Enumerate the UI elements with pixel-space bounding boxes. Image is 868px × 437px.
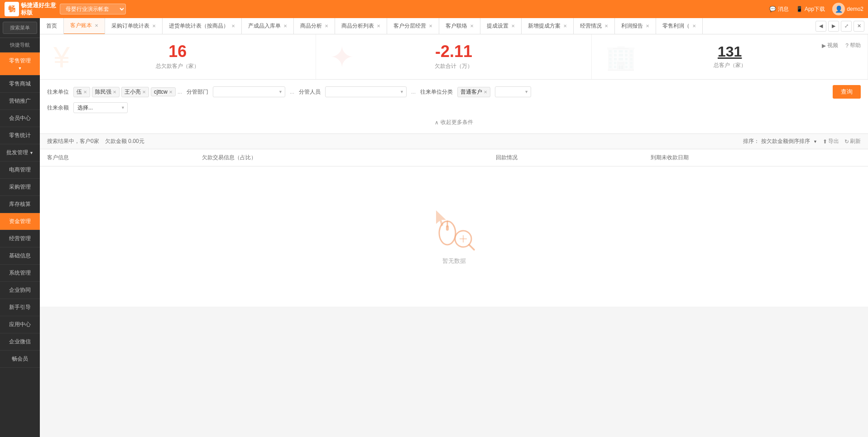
sidebar-item-app-center[interactable]: 应用中心 bbox=[0, 316, 40, 333]
sidebar-item-enterprise-wechat[interactable]: 企业微信 bbox=[0, 333, 40, 351]
sidebar-item-member-center[interactable]: 会员中心 bbox=[0, 110, 40, 127]
unit-tag-cjttcw-remove[interactable]: ✕ bbox=[169, 90, 173, 95]
sidebar-item-retail-stats[interactable]: 零售统计 bbox=[0, 127, 40, 144]
stat-debt-label: 欠款合计（万） bbox=[435, 62, 473, 70]
tab-customer-segment[interactable]: 客户分层经营 ✕ bbox=[387, 18, 439, 34]
tab-customer-segment-label: 客户分层经营 bbox=[393, 22, 426, 30]
unit-filter-tags: 伍 ✕ 陈民强 ✕ 王小亮 ✕ bbox=[73, 87, 182, 97]
tab-close-purchase-order-stats[interactable]: ✕ bbox=[152, 24, 156, 28]
video-link[interactable]: ▶ 视频 bbox=[822, 42, 838, 49]
retail-stats-label: 零售统计 bbox=[9, 132, 31, 139]
system-selector[interactable]: 母婴行业演示帐套 bbox=[60, 4, 126, 14]
search-result-text: 搜索结果中，客户0家 bbox=[47, 138, 99, 144]
unit-tags-more[interactable]: ... bbox=[177, 89, 182, 95]
collapse-btn[interactable]: ∧ 收起更多条件 bbox=[47, 117, 861, 128]
customers-bg-icon: ¥ bbox=[53, 40, 70, 74]
sidebar-item-finance[interactable]: 资金管理 bbox=[0, 213, 40, 230]
person-select-wrap bbox=[325, 86, 407, 97]
stat-total-debt: ✦ -2.11 欠款合计（万） bbox=[316, 34, 592, 79]
tab-close-purchase-stats-product[interactable]: ✕ bbox=[231, 24, 235, 28]
category-tag-normal-remove[interactable]: ✕ bbox=[484, 90, 487, 95]
tab-close-customer-segment[interactable]: ✕ bbox=[429, 24, 432, 28]
tab-product-storage[interactable]: 产成品入库单 ✕ bbox=[242, 18, 294, 34]
tab-close-customer-contact[interactable]: ✕ bbox=[470, 24, 474, 28]
tab-close-retail-profit[interactable]: ✕ bbox=[692, 24, 696, 28]
tab-close-operations-status[interactable]: ✕ bbox=[604, 24, 608, 28]
sidebar-item-operations[interactable]: 经营管理 bbox=[0, 230, 40, 247]
tab-close-profit-report[interactable]: ✕ bbox=[646, 24, 649, 28]
ecommerce-label: 电商管理 bbox=[9, 166, 31, 174]
svg-rect-2 bbox=[446, 225, 449, 231]
sidebar-item-system[interactable]: 系统管理 bbox=[0, 265, 40, 282]
category-tag-normal: 普通客户 ✕ bbox=[457, 87, 490, 97]
dept-select[interactable] bbox=[213, 86, 285, 97]
tab-new-promotion-label: 新增提成方案 bbox=[528, 22, 561, 30]
tab-home[interactable]: 首页 bbox=[40, 18, 64, 34]
export-btn[interactable]: ⬆ 导出 bbox=[823, 138, 839, 145]
sidebar-item-basics[interactable]: 基础信息 bbox=[0, 247, 40, 265]
sidebar-item-batch-mgmt[interactable]: 批发管理 ▼ bbox=[0, 144, 40, 162]
sidebar: 搜索菜单 快捷导航 零售管理 ▼ 零售商城 营销推广 会员中心 零售统计 批 bbox=[0, 18, 40, 437]
sidebar-item-marketing[interactable]: 营销推广 bbox=[0, 93, 40, 110]
category-select[interactable] bbox=[495, 86, 531, 97]
user-avatar-btn[interactable]: 👤 demo2 bbox=[832, 3, 863, 15]
tab-close-all-btn[interactable]: ✕ bbox=[854, 21, 864, 32]
unit-tag-chen-remove[interactable]: ✕ bbox=[113, 90, 116, 95]
tab-close-product-storage[interactable]: ✕ bbox=[283, 24, 287, 28]
tab-close-product-analysis[interactable]: ✕ bbox=[325, 24, 328, 28]
tab-operations-status[interactable]: 经营情况 ✕ bbox=[574, 18, 615, 34]
tab-prev-btn[interactable]: ◀ bbox=[815, 21, 826, 32]
quick-nav-label: 快捷导航 bbox=[10, 42, 30, 48]
sidebar-item-retail-mall[interactable]: 零售商城 bbox=[0, 76, 40, 93]
sidebar-item-enterprise[interactable]: 企业协同 bbox=[0, 282, 40, 299]
sort-value: 按欠款金额倒序排序 bbox=[761, 138, 810, 145]
unit-tag-wu-remove[interactable]: ✕ bbox=[83, 90, 87, 95]
refresh-btn[interactable]: ↻ 刷新 bbox=[844, 138, 861, 145]
query-btn[interactable]: 查询 bbox=[833, 85, 861, 99]
logo-area: 畅 畅捷通好生意 标版 bbox=[5, 2, 56, 16]
tab-customer-account[interactable]: 客户账本 ✕ bbox=[64, 18, 105, 34]
balance-select-wrap: 选择... bbox=[73, 102, 128, 113]
sidebar-item-vip-member[interactable]: 畅会员 bbox=[0, 351, 40, 368]
unit-tag-wang-remove[interactable]: ✕ bbox=[142, 90, 146, 95]
tab-close-customer-account[interactable]: ✕ bbox=[95, 23, 98, 28]
tab-product-analysis-list[interactable]: 商品分析列表 ✕ bbox=[335, 18, 387, 34]
tab-retail-profit[interactable]: 零售利润（ ✕ bbox=[656, 18, 703, 34]
sidebar-item-purchase[interactable]: 采购管理 bbox=[0, 179, 40, 196]
sidebar-item-quick-nav[interactable]: 快捷导航 bbox=[0, 38, 40, 52]
sidebar-item-ecommerce[interactable]: 电商管理 bbox=[0, 162, 40, 179]
system-label: 系统管理 bbox=[9, 269, 31, 277]
tab-close-promotion-settings[interactable]: ✕ bbox=[511, 24, 515, 28]
tab-purchase-stats-product[interactable]: 进货单统计表（按商品） ✕ bbox=[163, 18, 242, 34]
tab-customer-contact[interactable]: 客户联络 ✕ bbox=[439, 18, 480, 34]
sidebar-item-inventory[interactable]: 库存核算 bbox=[0, 196, 40, 213]
sidebar-item-retail-mgmt[interactable]: 零售管理 ▼ bbox=[0, 52, 40, 76]
tab-operations-status-label: 经营情况 bbox=[580, 22, 602, 30]
refresh-icon: ↻ bbox=[844, 138, 849, 145]
sidebar-search-btn[interactable]: 搜索菜单 bbox=[3, 22, 37, 34]
empty-state: 暂无数据 bbox=[47, 172, 861, 301]
tab-profit-report[interactable]: 利润报告 ✕ bbox=[615, 18, 656, 34]
tab-purchase-order-stats[interactable]: 采购订单统计表 ✕ bbox=[105, 18, 163, 34]
sidebar-item-new-guide[interactable]: 新手引导 bbox=[0, 299, 40, 316]
person-filter-label: 分管人员 bbox=[299, 88, 321, 96]
tab-product-analysis[interactable]: 商品分析 ✕ bbox=[294, 18, 335, 34]
svg-marker-7 bbox=[436, 210, 446, 226]
category-select-wrap bbox=[495, 86, 531, 97]
person-select[interactable] bbox=[325, 86, 407, 97]
tab-promotion-settings[interactable]: 提成设置 ✕ bbox=[480, 18, 522, 34]
inventory-label: 库存核算 bbox=[9, 200, 31, 208]
tab-close-product-analysis-list[interactable]: ✕ bbox=[377, 24, 380, 28]
person-more-options[interactable]: ... bbox=[411, 89, 416, 95]
tab-close-new-promotion[interactable]: ✕ bbox=[563, 24, 567, 28]
message-btn[interactable]: 💬 消息 bbox=[769, 5, 789, 13]
sort-select-wrap: 排序： 按欠款金额倒序排序 ▼ bbox=[743, 138, 817, 145]
app-download-btn[interactable]: 📱 App下载 bbox=[796, 5, 825, 13]
stat-customers2-value: 131 bbox=[718, 44, 742, 59]
balance-select[interactable]: 选择... bbox=[73, 102, 128, 113]
tab-next-btn[interactable]: ▶ bbox=[828, 21, 839, 32]
dept-more-options[interactable]: ... bbox=[290, 89, 294, 95]
tab-new-promotion[interactable]: 新增提成方案 ✕ bbox=[522, 18, 574, 34]
tab-maximize-btn[interactable]: ⤢ bbox=[841, 21, 852, 32]
help-link[interactable]: ? 帮助 bbox=[845, 42, 861, 49]
